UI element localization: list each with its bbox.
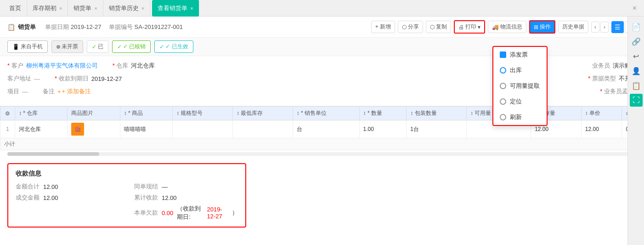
deal-value: 12.00 bbox=[43, 194, 58, 201]
invoice-icon bbox=[500, 51, 506, 58]
warehouse-col-header: ↕ * 仓库 bbox=[15, 107, 68, 120]
logistics-button[interactable]: 🚚 物流信息 bbox=[488, 21, 526, 33]
available-qty-item[interactable]: 可用量提取 bbox=[493, 78, 547, 94]
sidebar-doc-icon[interactable]: 📄 bbox=[630, 20, 643, 33]
sort-icon-4: ↕ bbox=[237, 110, 239, 116]
refresh-item[interactable]: 刷新 bbox=[493, 109, 547, 125]
operations-icon: ⊞ bbox=[534, 24, 538, 30]
add-note-button[interactable]: + + 添加备注 bbox=[57, 87, 91, 96]
history-button[interactable]: 历史单据 bbox=[558, 21, 588, 33]
verified-icon: ✓ bbox=[117, 44, 122, 50]
prev-button[interactable]: ‹ bbox=[591, 22, 599, 33]
tab-home[interactable]: 首页 bbox=[4, 0, 27, 17]
spec-col-header: ↕ 规格型号 bbox=[173, 107, 233, 120]
cumulative-value: 12.00 bbox=[162, 194, 177, 201]
verified-button[interactable]: ✓ ✓ 已核销 bbox=[112, 40, 151, 53]
close-history-tab[interactable]: × bbox=[141, 6, 144, 11]
sort-icon-5: ↕ bbox=[297, 110, 299, 116]
list-view-toggle[interactable]: ☰ bbox=[611, 21, 624, 33]
refresh-icon bbox=[500, 114, 506, 120]
available-icon bbox=[500, 83, 506, 89]
min-stock-col-header: ↕ 最低库存 bbox=[232, 107, 293, 120]
total-value: 12.00 bbox=[43, 183, 58, 190]
scroll-thumb[interactable] bbox=[7, 152, 99, 156]
effective-button[interactable]: ✓ ✓ 已生效 bbox=[154, 40, 193, 53]
sort-icon-10: ↕ bbox=[585, 110, 588, 116]
row-number: 1 bbox=[0, 120, 15, 138]
sort-icon-6: ↕ bbox=[363, 110, 366, 116]
sidebar-reply-icon[interactable]: ↩ bbox=[630, 50, 643, 63]
horizontal-scrollbar[interactable] bbox=[7, 152, 637, 156]
image-col-header: 商品图片 bbox=[68, 107, 120, 120]
customer-value[interactable]: 柳州粤港平安气体有限公司 bbox=[26, 62, 98, 70]
address-value: — bbox=[34, 75, 40, 82]
share-button[interactable]: ⬡ 分享 bbox=[398, 21, 423, 33]
settlement-row: 同单现结 — bbox=[134, 182, 238, 191]
row-price: 12.00 bbox=[581, 120, 622, 138]
sidebar-user-icon[interactable]: 👤 bbox=[630, 64, 643, 77]
date-field: 单据日期 2019-12-27 bbox=[45, 23, 102, 31]
locate-icon bbox=[500, 98, 506, 105]
sort-icon-8: ↕ bbox=[470, 110, 473, 116]
copy-icon: ⬡ bbox=[430, 24, 435, 30]
due-value: 0.00 bbox=[162, 210, 173, 217]
outbound-item[interactable]: 出库 bbox=[493, 63, 547, 78]
customer-field: 客户 柳州粤港平安气体有限公司 bbox=[7, 62, 98, 70]
unit-col-header: ↕ * 销售单位 bbox=[293, 107, 359, 120]
sidebar-link-icon[interactable]: 🔗 bbox=[630, 35, 643, 48]
new-button[interactable]: + 新增 bbox=[371, 21, 395, 33]
plus-icon: + bbox=[57, 88, 61, 95]
tab-inventory[interactable]: 库存期初 × bbox=[27, 0, 68, 17]
add-invoice-item[interactable]: 添发票 bbox=[493, 47, 547, 63]
scroll-area bbox=[7, 152, 637, 158]
gray-dot-icon bbox=[56, 45, 60, 49]
warehouse-value: 河北仓库 bbox=[131, 62, 155, 70]
sort-icon-2: ↕ bbox=[124, 110, 127, 116]
doc-title: 销货单 bbox=[18, 23, 36, 31]
operations-button[interactable]: ⊞ 操作 bbox=[529, 20, 555, 34]
due-date-value: 2019-12-27 bbox=[91, 75, 122, 82]
product-thumbnail: 🧱 bbox=[71, 123, 84, 136]
settlement-value: — bbox=[162, 183, 168, 190]
operations-dropdown: 添发票 出库 可用量提取 定位 刷新 bbox=[492, 46, 548, 126]
doc-type-icon: 📋 bbox=[7, 23, 15, 31]
tab-view-sales[interactable]: 查看销货单 × bbox=[152, 0, 199, 17]
sidebar-expand-icon[interactable]: ⛶ bbox=[630, 94, 643, 107]
from-phone-button[interactable]: 📱 来自手机 bbox=[7, 40, 48, 53]
sort-icon-3: ↕ bbox=[176, 110, 179, 116]
toolbar: + 新增 ⬡ 分享 ⬡ 复制 🖨 打印 ▾ 🚚 物流信息 ⊞ 操作 bbox=[371, 20, 637, 34]
close-sales-tab[interactable]: × bbox=[94, 6, 97, 11]
close-view-sales-tab[interactable]: × bbox=[190, 6, 193, 11]
due-row: 本单欠款 0.00 （收款到期日: 2019-12-27 ） bbox=[134, 205, 238, 221]
row-image: 🧱 bbox=[68, 120, 120, 138]
close-inventory-tab[interactable]: × bbox=[59, 6, 62, 11]
copy-button[interactable]: ⬡ 复制 bbox=[426, 21, 451, 33]
address-field: 客户地址 — bbox=[7, 74, 40, 83]
doc-header: 📋 销货单 单据日期 2019-12-27 单据编号 SA-20191227-0… bbox=[0, 17, 644, 38]
print-button[interactable]: 🖨 打印 ▾ bbox=[454, 20, 485, 34]
right-sidebar: 📄 🔗 ↩ 👤 📋 ⛶ bbox=[627, 17, 644, 245]
project-value: — bbox=[22, 88, 28, 95]
subtotal-label: 小计 bbox=[0, 138, 644, 150]
subtotal-row: 小计 bbox=[0, 138, 644, 150]
next-button[interactable]: › bbox=[600, 22, 609, 33]
due-date-field: 收款到期日 2019-12-27 bbox=[55, 74, 122, 83]
deal-row: 成交金额 12.00 bbox=[16, 194, 119, 202]
row-unit: 台 bbox=[293, 120, 359, 138]
tab-sales[interactable]: 销货单 × bbox=[68, 0, 103, 17]
sidebar-clipboard-icon[interactable]: 📋 bbox=[630, 79, 643, 92]
phone-icon: 📱 bbox=[12, 44, 19, 50]
not-opened-button[interactable]: 未开票 bbox=[51, 40, 83, 53]
row-spec bbox=[173, 120, 233, 138]
tab-sales-history[interactable]: 销货单历史 × bbox=[103, 0, 150, 17]
payment-section: 收款信息 金额合计 12.00 同单现结 — 成交金额 12.00 累计收款 1… bbox=[7, 163, 246, 228]
price-col-header: ↕ 单价 bbox=[581, 107, 622, 120]
settings-col-header[interactable]: ⚙ bbox=[0, 107, 15, 120]
tab-bar: 首页 库存期初 × 销货单 × 销货单历史 × 查看销货单 × × bbox=[0, 0, 644, 17]
doc-meta: 单据日期 2019-12-27 单据编号 SA-20191227-001 bbox=[45, 23, 183, 31]
sort-icon-7: ↕ bbox=[410, 110, 413, 116]
check-button[interactable]: ✓ 已 bbox=[87, 40, 108, 53]
window-close-button[interactable]: × bbox=[629, 4, 640, 12]
row-min-stock bbox=[232, 120, 293, 138]
locate-item[interactable]: 定位 bbox=[493, 94, 547, 109]
